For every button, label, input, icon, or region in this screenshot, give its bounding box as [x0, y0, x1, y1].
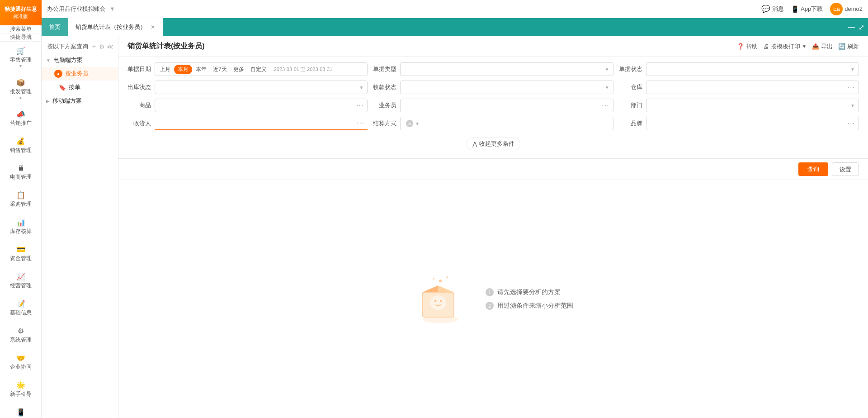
empty-tip-2: 2 用过滤条件来缩小分析范围 — [486, 302, 573, 310]
date-tab-last-month[interactable]: 上月 — [157, 65, 173, 74]
department-label: 部门 — [619, 101, 642, 109]
filter-payment-status: 收款状态 ▼ — [373, 81, 613, 94]
tab-expand-icon[interactable]: ⤢ — [859, 23, 864, 32]
date-label: 单据日期 — [127, 65, 151, 73]
group2-arrow-icon: ▶ — [46, 99, 50, 104]
stock-icon: 📊 — [16, 218, 25, 227]
payment-status-control[interactable]: ▼ — [400, 81, 613, 94]
doc-status-control[interactable]: ▼ — [646, 62, 859, 76]
help-button[interactable]: ❓ 帮助 — [737, 43, 758, 51]
tab-minimize-icon[interactable]: — — [848, 23, 855, 31]
sidebar-item-marketing[interactable]: 📣 营销推广 — [0, 105, 42, 132]
page-actions: ❓ 帮助 🖨 按模板打印 ▼ 📤 导出 🔄 刷新 — [737, 43, 859, 51]
header-right: 💬 消息 📱 App下载 Ea demo2 — [761, 3, 863, 15]
filter-salesperson: 业务员 ··· — [373, 99, 613, 112]
sidebar-item-basic[interactable]: 📝 基础信息 — [0, 295, 42, 321]
app-logo[interactable]: 畅捷通好生意 标准版 — [0, 0, 42, 25]
group-arrow-icon: ▼ — [46, 58, 51, 63]
date-tab-this-year[interactable]: 本年 — [193, 65, 209, 74]
department-control[interactable]: ▼ — [646, 99, 859, 112]
logo-line1: 畅捷通好生意 — [5, 6, 37, 13]
settlement-clear-icon[interactable]: ✕ — [406, 120, 413, 127]
warehouse-control[interactable]: ··· — [646, 81, 859, 94]
sidebar-item-operation[interactable]: 📈 经营管理 — [0, 268, 42, 294]
settlement-control[interactable]: ✕ ▼ — [400, 117, 613, 130]
user-avatar: Ea — [830, 3, 843, 15]
add-scheme-icon[interactable]: ＋ — [91, 43, 97, 51]
brand-control[interactable]: ··· — [646, 117, 859, 130]
collapse-panel-icon[interactable]: ≪ — [107, 43, 113, 50]
scheme-group-mobile-label: 移动端方案 — [52, 97, 82, 105]
export-button[interactable]: 📤 导出 — [812, 43, 833, 51]
sidebar-item-wholesale[interactable]: 📦 批发管理 ▲ — [0, 74, 42, 104]
filter-panel-header: 按以下方案查询 ＋ ⚙ ≪ — [42, 40, 118, 53]
tab-home[interactable]: 首页 — [42, 18, 68, 36]
tab-close-icon[interactable]: ✕ — [151, 24, 155, 30]
empty-tip-1: 1 请先选择要分析的方案 — [486, 288, 573, 296]
sidebar-item-apps[interactable]: 📱 应用中心 — [0, 404, 42, 418]
filter-brand: 品牌 ··· — [619, 117, 859, 130]
sidebar-item-retail[interactable]: 🛒 零售管理 ▼ — [0, 42, 42, 73]
scheme-by-salesperson[interactable]: ● 按业务员 — [42, 67, 118, 81]
sidebar-item-ecommerce[interactable]: 🖥 电商管理 — [0, 160, 42, 185]
collapse-button[interactable]: ⋀ 收起更多条件 — [467, 138, 520, 150]
svg-point-10 — [440, 300, 442, 302]
sidebar-item-finance[interactable]: 💳 资金管理 — [0, 241, 42, 267]
apps-icon: 📱 — [16, 408, 25, 417]
payment-status-label: 收款状态 — [373, 83, 396, 91]
print-dropdown-icon: ▼ — [802, 44, 807, 49]
out-status-control[interactable]: ▼ — [155, 81, 368, 94]
settings-scheme-icon[interactable]: ⚙ — [99, 43, 105, 50]
svg-point-8 — [430, 295, 446, 310]
page-title: 销货单统计表(按业务员) — [127, 42, 205, 51]
app-download-button[interactable]: 📱 App下载 — [791, 5, 823, 13]
receiver-dots-icon: ··· — [357, 119, 364, 127]
download-icon: 📱 — [791, 5, 799, 13]
doc-type-label: 单据类型 — [373, 65, 396, 73]
settings-button[interactable]: 设置 — [832, 162, 859, 176]
sidebar-item-stock[interactable]: 📊 库存核算 — [0, 214, 42, 240]
industry-dropdown-icon[interactable]: ▼ — [109, 5, 115, 12]
print-icon: 🖨 — [763, 43, 769, 50]
date-tabs: 上月 本月 本年 近7天 更多 自定义 — [157, 65, 269, 74]
sidebar-item-newbie[interactable]: 🌟 新手引导 — [0, 376, 42, 403]
tab-bar: 首页 销货单统计表（按业务员） ✕ — ⤢ — [42, 18, 868, 36]
date-tab-7days[interactable]: 近7天 — [210, 65, 230, 74]
query-button[interactable]: 查询 — [798, 162, 828, 176]
refresh-button[interactable]: 🔄 刷新 — [838, 43, 859, 51]
sidebar-item-enterprise[interactable]: 🤝 企业协同 — [0, 349, 42, 375]
date-range-control[interactable]: 上月 本月 本年 近7天 更多 自定义 2023-03-01 至 2023-03… — [155, 62, 368, 76]
scheme-by-order[interactable]: 🔖 按单 — [42, 81, 118, 94]
goods-control[interactable]: ··· — [155, 99, 368, 112]
sidebar-item-system[interactable]: ⚙ 系统管理 — [0, 322, 42, 348]
message-button[interactable]: 💬 消息 — [761, 5, 784, 13]
tip1-num: 1 — [486, 288, 494, 296]
newbie-icon: 🌟 — [16, 381, 25, 390]
user-menu[interactable]: Ea demo2 — [830, 3, 863, 15]
message-icon: 💬 — [761, 5, 770, 13]
action-row: 查询 设置 — [118, 159, 868, 180]
sidebar-item-purchase[interactable]: 📋 采购管理 — [0, 186, 42, 213]
filter-doc-status: 单据状态 ▼ — [619, 62, 859, 76]
warehouse-label: 仓库 — [619, 83, 642, 91]
enterprise-icon: 🤝 — [16, 354, 25, 362]
print-button[interactable]: 🖨 按模板打印 ▼ — [763, 43, 807, 51]
sidebar-item-sales[interactable]: 💰 销售管理 — [0, 133, 42, 159]
doc-type-arrow-icon: ▼ — [605, 67, 609, 72]
sidebar-item-quick[interactable]: 快捷导航 — [0, 33, 42, 42]
date-tab-more[interactable]: 更多 — [231, 65, 247, 74]
tip2-text: 用过滤条件来缩小分析范围 — [497, 302, 573, 310]
sidebar-item-search[interactable]: 搜索菜单 — [0, 25, 42, 33]
filter-row-2: 出库状态 ▼ 收款状态 ▼ 仓库 ··· — [127, 81, 859, 94]
date-tab-this-month[interactable]: 本月 — [174, 65, 192, 74]
tab-sales-stat[interactable]: 销货单统计表（按业务员） ✕ — [68, 18, 163, 36]
salesperson-control[interactable]: ··· — [400, 99, 613, 112]
out-status-label: 出库状态 — [127, 83, 151, 91]
tip1-text: 请先选择要分析的方案 — [497, 288, 561, 296]
receiver-control[interactable]: ··· — [155, 117, 368, 130]
date-tab-custom[interactable]: 自定义 — [248, 65, 269, 74]
scheme-group-mobile-header[interactable]: ▶ 移动端方案 — [42, 94, 118, 108]
filter-row-4: 收货人 ··· 结算方式 ✕ ▼ 品牌 ··· — [127, 117, 859, 130]
scheme-group-desktop-header[interactable]: ▼ 电脑端方案 — [42, 53, 118, 67]
doc-type-control[interactable]: ▼ — [400, 62, 613, 76]
